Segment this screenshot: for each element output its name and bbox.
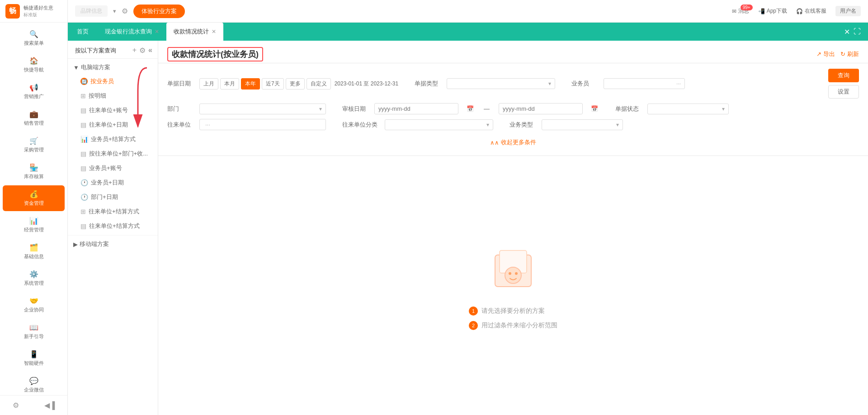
salesperson-filter-label: 业务员: [571, 80, 596, 88]
partner-dept-icon: ▤: [80, 150, 86, 157]
salesperson-select[interactable]: ···: [604, 78, 685, 89]
sidebar-item-enterprise[interactable]: 🤝 企业协同: [3, 292, 65, 318]
tab-bank[interactable]: 现金银行流水查询 ✕: [98, 23, 166, 41]
date-btn-last-month[interactable]: 上月: [199, 78, 218, 90]
dept-select-arrow: ▾: [319, 106, 322, 112]
sidebar-item-inventory[interactable]: 🏪 库存核算: [3, 159, 65, 184]
tab-bank-close[interactable]: ✕: [155, 28, 159, 35]
salesperson-date-icon: 🕐: [80, 179, 88, 186]
tab-home[interactable]: 首页: [68, 23, 98, 41]
svg-point-4: [515, 272, 518, 275]
sidebar-logo: 畅 畅捷通好生意 标准版: [0, 0, 67, 23]
partner-more-icon[interactable]: ···: [205, 121, 210, 128]
collapse-filter-btn[interactable]: ∧∧ 收起更多条件: [167, 135, 859, 150]
refresh-btn[interactable]: ↻ 刷新: [840, 50, 859, 58]
maximize-icon[interactable]: ⛶: [854, 28, 861, 36]
scheme-collapse-icon[interactable]: «: [148, 46, 152, 55]
mobile-group-arrow: ▶: [73, 241, 78, 248]
query-btn[interactable]: 查询: [828, 69, 859, 82]
date-btn-more[interactable]: 更多: [286, 78, 305, 90]
message-icon: ✉: [732, 8, 736, 14]
partner-settle1-icon: ⊞: [80, 208, 86, 215]
date-btn-this-month[interactable]: 本月: [220, 78, 239, 90]
topbar-gear-icon[interactable]: ⚙: [122, 7, 128, 15]
dept-date-icon: 🕐: [80, 193, 88, 201]
scheme-item-by-detail[interactable]: ⊞ 按明细: [68, 89, 158, 103]
dept-select[interactable]: ▾: [199, 104, 326, 114]
biz-type-select[interactable]: ▾: [542, 119, 623, 130]
mobile-group-header[interactable]: ▶ 移动端方案: [68, 237, 158, 251]
partner-cat-select[interactable]: ▾: [385, 119, 493, 130]
svg-point-2: [505, 267, 521, 283]
topbar-dropdown-arrow[interactable]: ▾: [113, 8, 116, 14]
scheme-item-by-salesperson[interactable]: 🔄 按业务员: [68, 74, 158, 89]
date-btn-7days[interactable]: 近7天: [262, 78, 284, 90]
date-filter-label: 单据日期: [167, 80, 192, 88]
setting-btn[interactable]: 设置: [828, 85, 859, 99]
search-icon: 🔍: [29, 30, 38, 38]
trial-btn[interactable]: 体验行业方案: [133, 5, 185, 18]
app-download-btn[interactable]: 📲 App下载: [758, 7, 787, 15]
doc-status-select[interactable]: ▾: [647, 104, 729, 114]
type-select-arrow: ▾: [548, 80, 551, 87]
type-select[interactable]: ▾: [447, 78, 555, 89]
sidebar-item-basic[interactable]: 🗂️ 基础信息: [3, 239, 65, 264]
sidebar-item-funds[interactable]: 💰 资金管理: [3, 185, 65, 211]
tip-2-text: 用过滤条件来缩小分析范围: [481, 321, 557, 330]
scheme-item-dept-date[interactable]: 🕐 部门+日期: [68, 190, 158, 204]
review-date-end[interactable]: [499, 103, 583, 114]
sidebar: 畅 畅捷通好生意 标准版 🔍 搜索菜单 🏠 快捷导航 📢 营销推广 💼 销售管理…: [0, 0, 68, 415]
scheme-item-partner-dept[interactable]: ▤ 按往来单位+部门+收...: [68, 146, 158, 161]
scheme-panel-actions: + ⚙ «: [132, 46, 152, 55]
scheme-item-partner-account[interactable]: ▤ 往来单位+账号: [68, 103, 158, 118]
scheme-add-icon[interactable]: +: [132, 46, 137, 55]
filter-row-2: 部门 ▾ 审核日期 📅 — 📅 单据状态 ▾: [167, 103, 859, 114]
sidebar-item-operations[interactable]: 📊 经营管理: [3, 212, 65, 238]
sidebar-item-guide[interactable]: 📖 新手引导: [3, 319, 65, 344]
message-btn[interactable]: ✉ 消息 99+: [732, 7, 749, 15]
marketing-icon: 📢: [29, 83, 38, 92]
sidebar-footer: ⚙ ◀▐: [0, 395, 67, 415]
scheme-item-partner-settle2[interactable]: ▤ 往来单位+结算方式: [68, 219, 158, 233]
date-btn-custom[interactable]: 自定义: [307, 78, 331, 90]
window-close-icon[interactable]: ✕: [844, 28, 850, 36]
sidebar-item-purchase[interactable]: 🛒 采购管理: [3, 132, 65, 158]
pc-group-header[interactable]: ▼ 电脑端方案: [68, 61, 158, 74]
tab-receipt[interactable]: 收款情况统计 ✕: [166, 23, 223, 41]
biz-type-arrow: ▾: [616, 122, 619, 128]
settings-footer-icon[interactable]: ⚙: [13, 401, 19, 410]
calendar-end-icon[interactable]: 📅: [591, 105, 598, 112]
scheme-item-salesperson-date[interactable]: 🕐 业务员+日期: [68, 175, 158, 190]
sidebar-item-sales[interactable]: 💼 销售管理: [3, 105, 65, 131]
pc-scheme-group: ▼ 电脑端方案 🔄 按业务员 ⊞ 按明细 ▤ 往来单位+账号 ▤ 往来单: [68, 59, 158, 235]
scheme-gear-icon[interactable]: ⚙: [139, 46, 146, 55]
scheme-item-partner-date[interactable]: ▤ 往来单位+日期: [68, 118, 158, 132]
review-date-start[interactable]: [374, 103, 458, 114]
scheme-item-salesperson-account[interactable]: ▤ 业务员+账号: [68, 161, 158, 175]
empty-state: 1 请先选择要分析的方案 2 用过滤条件来缩小分析范围: [158, 156, 868, 415]
tabbar: 首页 现金银行流水查询 ✕ 收款情况统计 ✕ ✕ ⛶: [68, 23, 868, 41]
salesperson-account-icon: ▤: [80, 165, 86, 172]
online-service-btn[interactable]: 🎧 在线客服: [796, 7, 826, 15]
date-btn-this-year[interactable]: 本年: [241, 78, 260, 90]
sidebar-item-marketing[interactable]: 📢 营销推广: [3, 79, 65, 104]
mobile-scheme-group: ▶ 移动端方案: [68, 235, 158, 253]
scheme-item-partner-settle1[interactable]: ⊞ 往来单位+结算方式: [68, 204, 158, 219]
sidebar-item-wechat[interactable]: 💬 企业微信: [3, 372, 65, 395]
sidebar-item-system[interactable]: ⚙️ 系统管理: [3, 265, 65, 291]
user-info: 用户名: [835, 6, 861, 16]
topbar: 品牌信息 ▾ ⚙ 体验行业方案 ✉ 消息 99+ 📲 App下载 🎧 在线客服 …: [68, 0, 868, 23]
partner-select[interactable]: ···: [199, 119, 326, 130]
biz-type-label: 业务类型: [509, 121, 534, 129]
scheme-item-salesperson-settle[interactable]: 📊 业务员+结算方式: [68, 132, 158, 146]
calendar-start-icon[interactable]: 📅: [467, 105, 474, 112]
sidebar-item-hardware[interactable]: 📱 智能硬件: [3, 345, 65, 371]
export-btn[interactable]: ↗ 导出: [816, 50, 835, 58]
sidebar-item-search[interactable]: 🔍 搜索菜单: [3, 25, 65, 51]
sidebar-item-quicknav[interactable]: 🏠 快捷导航: [3, 52, 65, 78]
main-area: 品牌信息 ▾ ⚙ 体验行业方案 ✉ 消息 99+ 📲 App下载 🎧 在线客服 …: [68, 0, 868, 415]
collapse-sidebar-icon[interactable]: ◀▐: [44, 401, 55, 410]
tabbar-right-actions: ✕ ⛶: [844, 28, 868, 36]
page-title: 收款情况统计(按业务员): [167, 47, 263, 61]
tab-receipt-close[interactable]: ✕: [212, 28, 216, 35]
